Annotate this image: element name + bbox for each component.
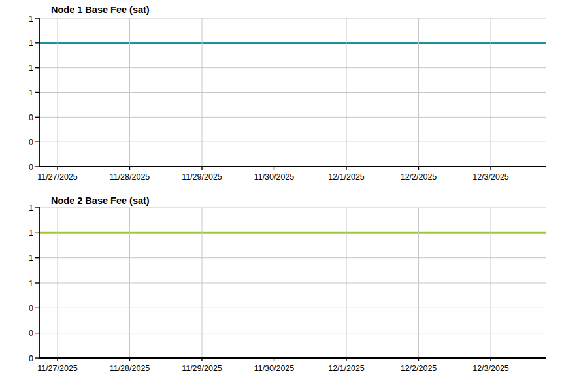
x-tick-label: 12/2/2025 [401,172,437,182]
y-tick-label: 1 [29,88,33,97]
x-tick-label: 12/1/2025 [328,364,365,373]
plot-area: 11/27/202511/28/202511/29/202511/30/2025… [29,204,546,374]
node-1-base-fee-chart: Node 1 Base Fee (sat) 11/27/202511/28/20… [0,0,562,186]
y-tick-label: 0 [29,329,33,338]
chart-title: Node 1 Base Fee (sat) [51,5,150,15]
x-tick-label: 11/29/2025 [182,364,222,373]
x-tick-label: 11/30/2025 [254,364,295,373]
y-tick-label: 1 [29,229,33,238]
y-tick-label: 0 [29,113,33,122]
plot-area: 11/27/202511/28/202511/29/202511/30/2025… [29,14,546,182]
y-tick-label: 1 [29,204,33,213]
y-tick-label: 1 [29,63,33,73]
x-tick-label: 12/3/2025 [472,172,509,182]
chart-title: Node 2 Base Fee (sat) [51,195,150,206]
y-tick-label: 0 [29,163,33,172]
y-tick-label: 1 [29,279,33,288]
y-tick-label: 1 [29,39,33,48]
x-tick-label: 11/30/2025 [254,172,295,182]
y-tick-label: 1 [29,253,33,263]
x-tick-label: 11/28/2025 [110,172,150,182]
x-tick-label: 12/2/2025 [401,364,437,373]
charts-page: Node 1 Base Fee (sat) 11/27/202511/28/20… [0,0,562,392]
x-tick-label: 11/27/2025 [37,172,78,182]
y-tick-label: 1 [29,14,33,24]
x-tick-label: 11/27/2025 [37,364,78,373]
node-2-base-fee-chart: Node 2 Base Fee (sat) 11/27/202511/28/20… [0,189,562,392]
x-tick-label: 12/3/2025 [472,364,509,373]
y-tick-label: 0 [29,354,33,363]
x-tick-label: 11/29/2025 [182,172,222,182]
x-tick-label: 12/1/2025 [328,172,365,182]
y-tick-label: 0 [29,138,33,147]
y-tick-label: 0 [29,304,33,313]
x-tick-label: 11/28/2025 [110,364,150,373]
